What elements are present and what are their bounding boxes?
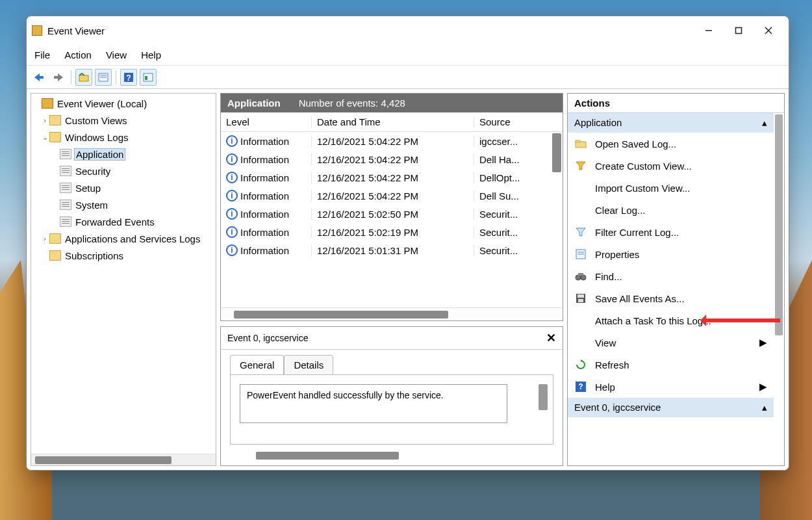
action-properties[interactable]: Properties bbox=[568, 243, 774, 265]
chevron-right-icon: ▶ bbox=[759, 337, 767, 348]
funnel-icon bbox=[574, 226, 587, 239]
chevron-right-icon: ▶ bbox=[759, 381, 767, 393]
detail-hscrollbar[interactable] bbox=[230, 450, 553, 462]
svg-rect-15 bbox=[145, 76, 147, 80]
maximize-button[interactable] bbox=[724, 21, 754, 40]
actions-vscrollbar[interactable] bbox=[775, 114, 783, 335]
tree-apps-services-logs[interactable]: › Applications and Services Logs bbox=[31, 230, 216, 247]
column-headers: Level Date and Time Source bbox=[221, 112, 563, 132]
actions-section-event[interactable]: Event 0, igccservice ▴ bbox=[568, 398, 774, 417]
detail-vscrollbar[interactable] bbox=[539, 384, 548, 410]
svg-marker-4 bbox=[34, 73, 40, 81]
tree-system[interactable]: System bbox=[31, 196, 216, 213]
folder-icon bbox=[49, 233, 61, 244]
log-icon bbox=[60, 166, 71, 176]
host-icon bbox=[42, 98, 53, 109]
tree-setup[interactable]: Setup bbox=[31, 179, 216, 196]
refresh-icon bbox=[574, 358, 587, 371]
log-icon bbox=[60, 149, 71, 159]
event-detail-panel: Event 0, igccservice ✕ General Details P… bbox=[220, 326, 563, 466]
back-button[interactable] bbox=[31, 69, 47, 86]
collapse-icon: ▴ bbox=[762, 117, 767, 129]
event-viewer-window: Event Viewer File Action View Help bbox=[26, 16, 789, 471]
menu-view[interactable]: View bbox=[106, 47, 127, 63]
event-row[interactable]: iInformation12/16/2021 5:04:22 PMDellOpt… bbox=[221, 168, 563, 187]
action-filter-current-log[interactable]: Filter Current Log... bbox=[568, 221, 774, 243]
action-save-all-events-as[interactable]: Save All Events As... bbox=[568, 287, 774, 309]
svg-rect-8 bbox=[79, 75, 88, 81]
action-clear-log[interactable]: Clear Log... bbox=[568, 199, 774, 221]
action-create-custom-view[interactable]: Create Custom View... bbox=[568, 155, 774, 177]
col-level[interactable]: Level bbox=[221, 116, 312, 127]
properties-icon bbox=[574, 248, 587, 261]
menu-file[interactable]: File bbox=[34, 47, 50, 63]
action-refresh[interactable]: Refresh bbox=[568, 354, 774, 376]
events-list-panel: Application Number of events: 4,428 Leve… bbox=[220, 93, 563, 321]
actions-title: Actions bbox=[568, 94, 784, 113]
titlebar: Event Viewer bbox=[27, 16, 789, 45]
action-find[interactable]: Find... bbox=[568, 265, 774, 287]
list-vscrollbar[interactable] bbox=[552, 133, 561, 172]
close-button[interactable] bbox=[754, 21, 783, 40]
collapse-icon: ▴ bbox=[762, 402, 767, 413]
detail-close-button[interactable]: ✕ bbox=[546, 331, 556, 345]
toolbar-separator bbox=[71, 70, 71, 84]
toolbar: ? bbox=[27, 66, 789, 89]
tree-hscrollbar[interactable] bbox=[31, 454, 216, 465]
tree-forwarded-events[interactable]: Forwarded Events bbox=[31, 213, 216, 230]
actions-panel: Actions Application ▴ Open Saved Log... … bbox=[567, 93, 785, 466]
event-row[interactable]: iInformation12/16/2021 5:01:31 PMSecurit… bbox=[221, 241, 563, 259]
action-open-saved-log[interactable]: Open Saved Log... bbox=[568, 133, 774, 155]
tab-details[interactable]: Details bbox=[284, 355, 333, 374]
detail-header: Event 0, igccservice ✕ bbox=[221, 327, 563, 350]
floppy-disk-icon bbox=[574, 292, 587, 305]
folder-icon bbox=[49, 250, 61, 261]
open-log-button[interactable] bbox=[75, 69, 92, 86]
information-icon: i bbox=[226, 244, 238, 256]
list-title: Application bbox=[227, 98, 281, 109]
tree-subscriptions[interactable]: Subscriptions bbox=[31, 247, 216, 264]
tree-security[interactable]: Security bbox=[31, 162, 216, 179]
action-view[interactable]: View ▶ bbox=[568, 332, 774, 354]
col-source[interactable]: Source bbox=[474, 116, 563, 127]
action-import-custom-view[interactable]: Import Custom View... bbox=[568, 177, 774, 199]
show-preview-button[interactable] bbox=[140, 69, 157, 86]
binoculars-icon bbox=[574, 270, 587, 283]
event-row[interactable]: iInformation12/16/2021 5:02:19 PMSecurit… bbox=[221, 223, 563, 241]
log-icon bbox=[60, 216, 71, 227]
folder-icon bbox=[49, 115, 61, 125]
tree-panel: Event Viewer (Local) › Custom Views ⌄ Wi… bbox=[31, 93, 216, 466]
folder-icon bbox=[49, 132, 61, 142]
event-rows: iInformation12/16/2021 5:04:22 PMigccser… bbox=[221, 132, 563, 307]
minimize-button[interactable] bbox=[694, 21, 724, 40]
information-icon: i bbox=[226, 226, 238, 238]
action-help[interactable]: ? Help ▶ bbox=[568, 376, 774, 398]
help-button[interactable]: ? bbox=[120, 69, 137, 86]
tab-general[interactable]: General bbox=[230, 355, 284, 374]
menu-help[interactable]: Help bbox=[141, 47, 161, 63]
event-row[interactable]: iInformation12/16/2021 5:04:22 PMDell Su… bbox=[221, 187, 563, 205]
log-icon bbox=[60, 200, 71, 210]
svg-text:?: ? bbox=[578, 382, 583, 391]
open-folder-icon bbox=[574, 137, 587, 150]
list-hscrollbar[interactable] bbox=[221, 307, 563, 320]
actions-section-application[interactable]: Application ▴ bbox=[568, 113, 774, 133]
tree-custom-views[interactable]: › Custom Views bbox=[31, 112, 216, 129]
event-row[interactable]: iInformation12/16/2021 5:04:22 PMigccser… bbox=[221, 132, 563, 150]
information-icon: i bbox=[226, 208, 238, 220]
svg-point-24 bbox=[581, 275, 586, 280]
tree-windows-logs[interactable]: ⌄ Windows Logs bbox=[31, 129, 216, 146]
tree-root[interactable]: Event Viewer (Local) bbox=[31, 95, 216, 112]
menu-action[interactable]: Action bbox=[64, 47, 92, 63]
forward-button[interactable] bbox=[50, 69, 67, 86]
event-row[interactable]: iInformation12/16/2021 5:02:50 PMSecurit… bbox=[221, 205, 563, 223]
properties-button[interactable] bbox=[95, 69, 112, 86]
information-icon: i bbox=[226, 135, 238, 147]
tree-application[interactable]: Application bbox=[31, 146, 216, 162]
svg-marker-6 bbox=[58, 73, 63, 81]
svg-rect-27 bbox=[577, 294, 584, 298]
svg-rect-17 bbox=[576, 140, 580, 142]
event-row[interactable]: iInformation12/16/2021 5:04:22 PMDell Ha… bbox=[221, 150, 563, 168]
tab-body: PowerEvent handled successfully by the s… bbox=[230, 374, 553, 445]
col-date[interactable]: Date and Time bbox=[312, 116, 474, 127]
